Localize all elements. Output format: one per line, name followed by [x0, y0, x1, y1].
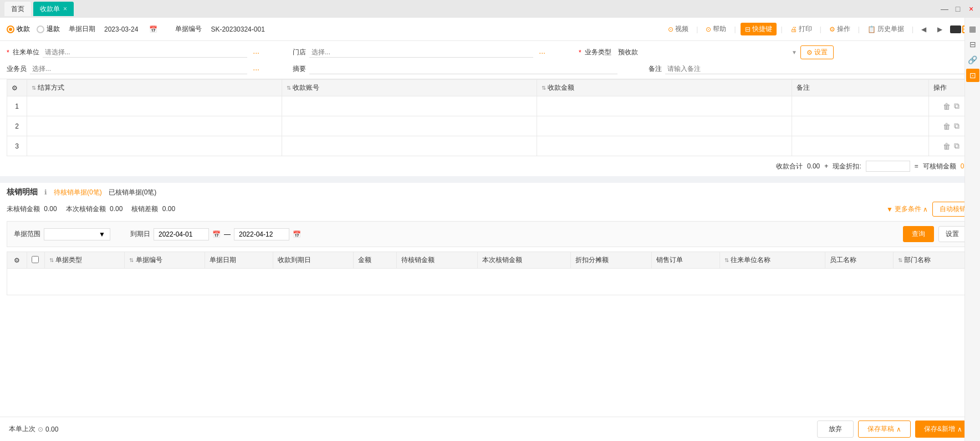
- date-to-input[interactable]: [234, 228, 289, 240]
- delete-icon-2[interactable]: 🗑: [943, 122, 951, 131]
- row-2-amount[interactable]: [537, 116, 792, 136]
- delete-icon-3[interactable]: 🗑: [943, 142, 951, 151]
- per-page-info-icon[interactable]: ⊙: [38, 425, 43, 433]
- th-settings[interactable]: ⚙: [7, 80, 27, 96]
- settings-button[interactable]: ⚙ 设置: [800, 45, 834, 59]
- th2-date: 单据日期: [205, 252, 273, 269]
- second-table-empty-row: [7, 269, 973, 295]
- row-3-note[interactable]: [792, 136, 928, 156]
- row-2-note[interactable]: [792, 116, 928, 136]
- supplier-label: 往来单位: [13, 48, 39, 57]
- summary-input[interactable]: [309, 64, 617, 74]
- sidebar-link-icon[interactable]: 🔗: [966, 53, 979, 66]
- filter-settings-button[interactable]: 设置: [938, 226, 966, 242]
- copy-icon-2[interactable]: ⧉: [954, 121, 959, 131]
- main-table-container: ⚙ ⇅ 结算方式 ⇅ 收款账号 ⇅ 收款金额: [0, 79, 980, 156]
- calendar-icon[interactable]: 📅: [149, 25, 157, 33]
- staff-more-icon[interactable]: ···: [251, 65, 262, 74]
- minimize-button[interactable]: —: [940, 4, 949, 13]
- header-checkbox[interactable]: [32, 256, 39, 263]
- abandon-button[interactable]: 放弃: [817, 421, 854, 438]
- chevron-down-icon[interactable]: ▼: [792, 49, 797, 55]
- row-3-account[interactable]: [282, 136, 537, 156]
- business-type-field: * 业务类型 预收款 ▼ ⚙ 设置: [579, 45, 834, 59]
- table-row-2: 2 🗑 ⧉: [7, 116, 973, 136]
- tab-close-icon[interactable]: ×: [63, 5, 67, 13]
- row-num-3: 3: [7, 136, 27, 156]
- num-value: SK-20230324-001: [211, 25, 264, 33]
- radio-group: 收款 退款: [7, 24, 60, 34]
- operations-button[interactable]: ⚙ 操作: [826, 23, 854, 35]
- row-3-amount[interactable]: [537, 136, 792, 156]
- row-num-1: 1: [7, 96, 27, 116]
- tab-active[interactable]: 收款单 ×: [33, 2, 74, 16]
- row-2-settlement[interactable]: [27, 116, 282, 136]
- row-1-amount[interactable]: [537, 96, 792, 116]
- date-from-input[interactable]: [154, 228, 209, 240]
- row-2-account[interactable]: [282, 116, 537, 136]
- query-button[interactable]: 查询: [903, 226, 934, 242]
- calendar-from-icon[interactable]: 📅: [212, 230, 221, 238]
- sidebar-active-icon[interactable]: ⊡: [966, 69, 979, 82]
- copy-icon-1[interactable]: ⧉: [954, 101, 959, 111]
- sidebar-table-icon[interactable]: ▦: [966, 22, 979, 35]
- radio-shou[interactable]: 收款: [7, 24, 30, 34]
- hexiao-stats: 未核销金额 0.00 本次核销金额 0.00 核销差额 0.00 ▼ 更多条件 …: [7, 202, 973, 217]
- main-content: 收款 退款 单据日期 2023-03-24 📅 单据编号 SK-20230324…: [0, 18, 980, 441]
- date-dash: —: [224, 230, 231, 238]
- unchecked-stat: 未核销金额 0.00: [7, 204, 57, 214]
- sidebar-list-icon[interactable]: ⊟: [966, 38, 979, 51]
- row-1-note[interactable]: [792, 96, 928, 116]
- supplier-field: * 往来单位 ···: [7, 47, 262, 58]
- radio-tui[interactable]: 退款: [37, 24, 60, 34]
- row-1-settlement[interactable]: [27, 96, 282, 116]
- hexiao-title: 核销明细: [7, 187, 38, 197]
- shortcut-button[interactable]: ⊟ 快捷键: [741, 23, 777, 35]
- calendar-to-icon[interactable]: 📅: [293, 230, 301, 238]
- save-new-button[interactable]: 保存&新增 ∧: [915, 421, 971, 438]
- diff-stat: 核销差额 0.00: [131, 204, 175, 214]
- store-input[interactable]: [309, 47, 533, 58]
- store-label: 门店: [293, 48, 306, 57]
- total-label: 收款合计: [776, 162, 803, 171]
- save-new-arrow-icon: ∧: [957, 425, 962, 433]
- th2-settings[interactable]: ⚙: [7, 252, 27, 269]
- nav-left-button[interactable]: ◀: [918, 24, 930, 34]
- th2-discount: 折扣分摊额: [571, 252, 652, 269]
- copy-icon-3[interactable]: ⧉: [954, 141, 959, 151]
- history-button[interactable]: 📋 历史单据: [864, 23, 907, 35]
- maximize-button[interactable]: □: [953, 4, 962, 13]
- supplier-input[interactable]: [43, 47, 248, 58]
- list-view-button[interactable]: [950, 25, 961, 33]
- radio-tui-label: 退款: [47, 24, 60, 34]
- th2-type: ⇅ 单据类型: [45, 252, 125, 269]
- help-button[interactable]: ⊙ 帮助: [702, 23, 729, 35]
- row-1-account[interactable]: [282, 96, 537, 116]
- hexiao-info-icon[interactable]: ℹ: [44, 188, 47, 196]
- scroll-area[interactable]: 收款 退款 单据日期 2023-03-24 📅 单据编号 SK-20230324…: [0, 18, 980, 441]
- date-range: 📅 — 📅: [154, 228, 301, 240]
- staff-label: 业务员: [7, 64, 27, 74]
- done-tab[interactable]: 已核销单据(0笔): [109, 188, 157, 197]
- summary-field: 摘要: [293, 64, 617, 74]
- range-select[interactable]: ▼: [44, 228, 110, 240]
- store-more-icon[interactable]: ···: [537, 48, 548, 57]
- video-button[interactable]: ⊙ 视频: [665, 23, 692, 35]
- save-draft-button[interactable]: 保存草稿 ∧: [858, 421, 911, 438]
- radio-shou-dot: [7, 25, 14, 33]
- staff-input[interactable]: [30, 64, 247, 74]
- form-row-1: * 往来单位 ··· 门店 ··· * 业务类型 预收款 ▼: [7, 45, 973, 59]
- delete-icon-1[interactable]: 🗑: [943, 102, 951, 111]
- print-button[interactable]: 🖨 打印: [787, 23, 815, 35]
- pending-tab[interactable]: 待核销单据(0笔): [54, 188, 102, 197]
- discount-input[interactable]: [866, 161, 910, 172]
- row-3-settlement[interactable]: [27, 136, 282, 156]
- tab-home[interactable]: 首页: [4, 2, 31, 16]
- top-toolbar: 收款 退款 单据日期 2023-03-24 📅 单据编号 SK-20230324…: [0, 18, 980, 41]
- supplier-more-icon[interactable]: ···: [251, 48, 262, 57]
- note-input[interactable]: [665, 64, 973, 74]
- current-stat: 本次核销金额 0.00: [66, 204, 123, 214]
- close-button[interactable]: ×: [967, 4, 976, 13]
- more-conditions-button[interactable]: ▼ 更多条件 ∧: [886, 204, 928, 214]
- nav-right-button[interactable]: ▶: [934, 24, 946, 34]
